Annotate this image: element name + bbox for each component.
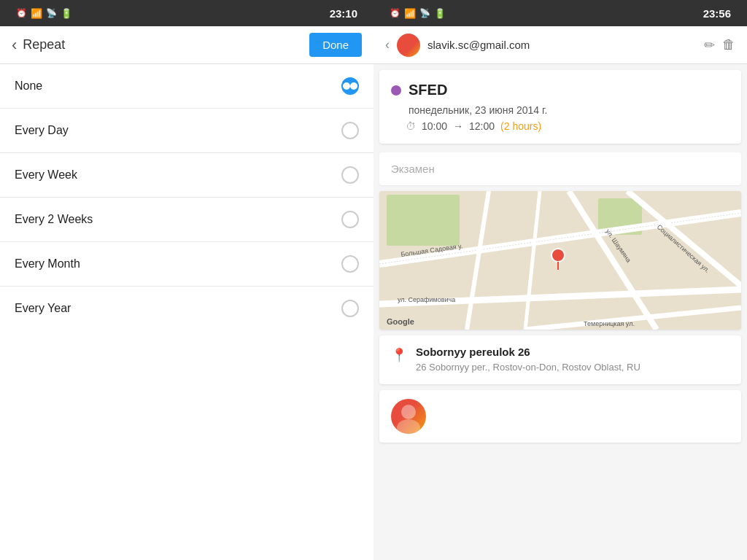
svg-point-20 [397,419,420,434]
event-time-arrow: → [453,120,463,132]
repeat-option-every-week-label: Every Week [15,168,77,182]
repeat-dialog: ‹ Repeat Done None Every Day [0,26,374,560]
svg-rect-1 [387,195,460,246]
edit-icon[interactable]: ✏ [704,37,715,53]
event-title-row: SFED [391,82,729,98]
back-arrow-icon[interactable]: ‹ [385,37,390,52]
right-status-bar: ⏰ 📶 📡 🔋 23:56 [374,0,747,26]
repeat-option-every-2-weeks-label: Every 2 Weeks [15,213,93,226]
radio-every-week [341,166,359,184]
repeat-option-none-label: None [15,79,42,93]
clock-icon: ⏱ [406,120,416,132]
wifi-icon: 📶 [31,8,42,19]
svg-text:Темерницкая ул.: Темерницкая ул. [584,320,635,327]
radio-every-2-weeks [341,211,359,228]
event-time-start: 10:00 [422,120,447,132]
alarm-icon: ⏰ [16,8,27,18]
location-name: Sobornyy pereulok 26 [416,346,729,358]
repeat-option-every-year[interactable]: Every Year [0,287,374,330]
right-header: ‹ slavik.sc@gmail.com ✏ 🗑 [374,26,747,64]
wifi-icon-right: 📶 [404,8,416,19]
location-address: 26 Sobornyy per., Rostov-on-Don, Rostov … [416,361,729,374]
avatar-svg [391,399,426,434]
signal-icon-right: 📡 [419,8,430,18]
svg-point-16 [551,249,565,262]
event-title: SFED [409,82,447,98]
signal-icon: 📡 [46,8,57,18]
repeat-options-list: None Every Day Every Week Every [0,64,374,560]
repeat-option-every-day-label: Every Day [15,124,69,137]
location-pin-icon: 📍 [391,347,407,374]
radio-every-month [341,255,359,273]
map-background: Большая Садовая у. ул. Шаумяна Социалист… [379,191,741,330]
map-svg: Большая Садовая у. ул. Шаумяна Социалист… [379,191,741,330]
repeat-option-none[interactable]: None [0,64,374,109]
done-button[interactable]: Done [309,33,362,57]
repeat-option-every-year-label: Every Year [15,302,71,315]
svg-point-19 [401,405,416,419]
event-duration: (2 hours) [500,120,541,132]
event-card: SFED понедельник, 23 июня 2014 г. ⏱ 10:0… [379,70,741,144]
avatar [391,399,426,434]
svg-text:Google: Google [387,317,414,326]
app-logo-right [397,34,420,57]
event-time-end: 12:00 [469,120,495,132]
left-time: 23:10 [330,7,366,20]
location-details: Sobornyy pereulok 26 26 Sobornyy per., R… [416,346,729,374]
repeat-option-every-2-weeks[interactable]: Every 2 Weeks [0,198,374,242]
repeat-option-every-week[interactable]: Every Week [0,153,374,198]
battery-icon-right: 🔋 [434,8,446,19]
radio-every-year [341,300,359,317]
attendee-section [379,390,741,443]
event-color-dot [391,85,401,96]
right-time: 23:56 [703,7,740,20]
repeat-option-every-day[interactable]: Every Day [0,109,374,153]
account-email: slavik.sc@gmail.com [427,39,697,51]
location-card: 📍 Sobornyy pereulok 26 26 Sobornyy per.,… [379,335,741,384]
event-notes: Экзамен [379,152,741,185]
repeat-title: Repeat [23,37,309,52]
repeat-header: ‹ Repeat Done [0,26,374,64]
repeat-back-button[interactable]: ‹ [12,36,17,55]
alarm-icon-right: ⏰ [390,8,400,18]
repeat-option-every-month[interactable]: Every Month [0,242,374,287]
svg-text:ул. Серафимовича: ул. Серафимовича [398,296,455,303]
radio-every-day [341,122,359,139]
event-time-row: ⏱ 10:00 → 12:00 (2 hours) [391,120,729,132]
radio-none [341,77,359,95]
left-status-bar: ⏰ 📶 📡 🔋 23:10 [0,0,374,26]
event-date: понедельник, 23 июня 2014 г. [391,104,729,116]
trash-icon[interactable]: 🗑 [722,37,735,52]
battery-icon: 🔋 [61,8,72,19]
repeat-option-every-month-label: Every Month [15,257,80,271]
map-container[interactable]: Большая Садовая у. ул. Шаумяна Социалист… [379,191,741,330]
left-panel: Edit Event ✓ Save ‹ Repeat Done None [0,26,374,560]
right-panel: ‹ slavik.sc@gmail.com ✏ 🗑 SFED понедельн… [374,26,747,560]
